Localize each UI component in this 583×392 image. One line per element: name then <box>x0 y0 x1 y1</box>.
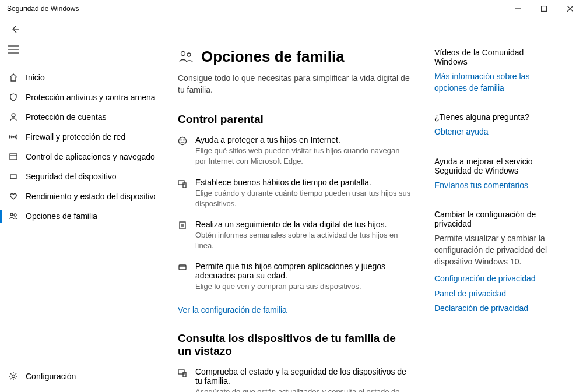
family-icon <box>8 211 19 221</box>
svg-point-21 <box>184 140 184 140</box>
card-icon <box>178 263 188 273</box>
feature-desc: Elige cuándo y durante cuánto tiempo pue… <box>195 188 411 209</box>
sidebar-item-appcontrol[interactable]: Control de aplicaciones y navegador <box>0 147 163 167</box>
chip-icon <box>8 171 19 182</box>
svg-point-16 <box>12 375 15 378</box>
back-row <box>0 17 583 41</box>
sidebar-item-label: Opciones de familia <box>26 211 97 221</box>
feature-title: Comprueba el estado y la seguridad de lo… <box>195 367 411 386</box>
feature-screentime: Establece buenos hábitos de tiempo de pa… <box>178 178 411 209</box>
person-icon <box>8 112 19 122</box>
feature-title: Realiza un seguimiento de la vida digita… <box>195 220 411 229</box>
sidebar-item-devicesec[interactable]: Seguridad del dispositivo <box>0 167 163 186</box>
feature-desc: Elige lo que ven y compran para sus disp… <box>195 281 411 292</box>
titlebar: Seguridad de Windows <box>0 0 583 17</box>
sidebar-item-firewall[interactable]: Firewall y protección de red <box>0 127 163 147</box>
svg-point-9 <box>13 136 14 137</box>
privacy-panel-link[interactable]: Panel de privacidad <box>434 288 557 300</box>
close-button[interactable] <box>557 0 583 17</box>
family-settings-link[interactable]: Ver la configuración de familia <box>178 305 287 315</box>
sidebar-item-settings[interactable]: Configuración <box>0 366 163 386</box>
sidebar-item-label: Inicio <box>26 73 45 82</box>
antenna-icon <box>8 132 19 142</box>
side-videos-link[interactable]: Más información sobre las opciones de fa… <box>434 71 557 94</box>
feature-desc: Asegúrate de que están actualizados y co… <box>195 387 411 393</box>
feature-purchases: Permite que tus hijos compren aplicacion… <box>178 262 411 292</box>
sidebar: Inicio Protección antivirus y contra ame… <box>0 41 163 392</box>
family-icon <box>178 49 194 65</box>
content-area: Opciones de familia Consigue todo lo que… <box>163 41 583 392</box>
svg-point-19 <box>179 137 187 145</box>
sidebar-item-label: Seguridad del dispositivo <box>26 172 117 181</box>
side-privacy-text: Permite visualizar y cambiar la configur… <box>434 233 557 267</box>
feature-internet: Ayuda a proteger a tus hijos en Internet… <box>178 135 411 167</box>
svg-point-15 <box>14 214 16 216</box>
maximize-button[interactable] <box>531 0 557 17</box>
svg-point-8 <box>12 114 15 117</box>
side-help-link[interactable]: Obtener ayuda <box>434 126 557 138</box>
smiley-icon <box>178 136 188 147</box>
window-icon <box>8 151 19 162</box>
back-button[interactable] <box>8 22 22 36</box>
minimize-button[interactable] <box>504 0 531 17</box>
devices-icon <box>178 179 188 189</box>
hamburger-button[interactable] <box>0 41 163 68</box>
devices-icon <box>178 368 188 379</box>
svg-rect-27 <box>179 265 186 270</box>
heart-icon <box>8 191 19 202</box>
sidebar-item-label: Configuración <box>26 372 76 381</box>
page-title: Opciones de familia <box>201 48 345 66</box>
sidebar-item-home[interactable]: Inicio <box>0 68 163 87</box>
gear-icon <box>8 371 19 382</box>
svg-rect-24 <box>180 222 185 229</box>
feature-title: Permite que tus hijos compren aplicacion… <box>195 262 411 280</box>
side-feedback-heading: Ayuda a mejorar el servicio Seguridad de… <box>434 157 557 175</box>
feature-title: Establece buenos hábitos de tiempo de pa… <box>195 178 411 187</box>
feature-device-health: Comprueba el estado y la seguridad de lo… <box>178 367 411 393</box>
svg-rect-12 <box>10 175 16 179</box>
devices-heading: Consulta los dispositivos de tu familia … <box>178 332 411 358</box>
feature-tracking: Realiza un seguimiento de la vida digita… <box>178 220 411 251</box>
svg-point-14 <box>10 213 13 216</box>
report-icon <box>178 221 188 231</box>
parental-heading: Control parental <box>178 113 411 126</box>
sidebar-item-label: Rendimiento y estado del dispositivo <box>26 192 155 201</box>
side-privacy-heading: Cambiar la configuración de privacidad <box>434 210 557 228</box>
sidebar-item-account[interactable]: Protección de cuentas <box>0 107 163 127</box>
sidebar-item-health[interactable]: Rendimiento y estado del dispositivo <box>0 186 163 206</box>
svg-point-17 <box>181 51 185 55</box>
svg-point-20 <box>181 140 181 140</box>
sidebar-item-label: Control de aplicaciones y navegador <box>26 152 155 161</box>
feature-desc: Obtén informes semanales sobre la activi… <box>195 230 411 251</box>
feature-title: Ayuda a proteger a tus hijos en Internet… <box>195 135 411 144</box>
sidebar-item-label: Protección antivirus y contra amenazas <box>26 93 155 102</box>
sidebar-item-family[interactable]: Opciones de familia <box>0 206 163 226</box>
sidebar-item-virus[interactable]: Protección antivirus y contra amenazas <box>0 87 163 107</box>
home-icon <box>8 72 19 83</box>
sidebar-item-label: Protección de cuentas <box>26 112 107 122</box>
privacy-settings-link[interactable]: Configuración de privacidad <box>434 273 557 285</box>
svg-point-18 <box>187 53 191 56</box>
shield-icon <box>8 92 19 103</box>
page-subtitle: Consigue todo lo que necesitas para simp… <box>178 73 411 96</box>
side-videos-heading: Vídeos de la Comunidad Windows <box>434 48 557 66</box>
side-help-heading: ¿Tienes alguna pregunta? <box>434 112 557 122</box>
svg-rect-1 <box>541 6 546 12</box>
window-title: Seguridad de Windows <box>7 5 79 13</box>
sidebar-item-label: Firewall y protección de red <box>26 132 125 142</box>
side-feedback-link[interactable]: Envíanos tus comentarios <box>434 180 557 192</box>
privacy-statement-link[interactable]: Declaración de privacidad <box>434 303 557 315</box>
feature-desc: Elige qué sitios web pueden visitar tus … <box>195 146 411 167</box>
svg-rect-10 <box>10 154 17 160</box>
